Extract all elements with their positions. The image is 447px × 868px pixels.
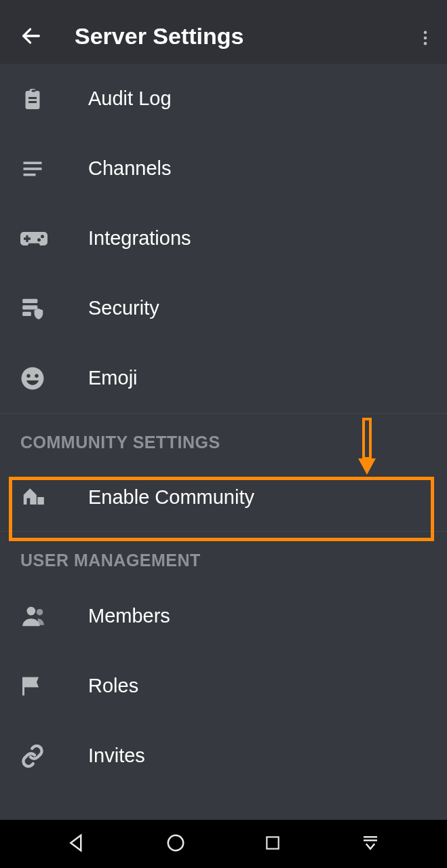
emoji-icon: [20, 366, 47, 391]
nav-recent-button[interactable]: [264, 834, 281, 854]
item-label: Integrations: [88, 227, 191, 250]
more-vertical-icon: [416, 28, 435, 47]
item-label: Members: [88, 605, 170, 627]
gamepad-icon: [20, 225, 47, 252]
pulldown-icon: [360, 833, 381, 853]
clipboard-icon: [20, 87, 47, 111]
list-icon: [20, 157, 47, 181]
svg-rect-6: [24, 173, 36, 176]
item-label: Enable Community: [88, 486, 254, 509]
svg-point-20: [168, 835, 183, 850]
svg-rect-13: [37, 497, 43, 505]
nav-pulldown-button[interactable]: [360, 833, 381, 856]
item-invites[interactable]: Invites: [0, 721, 447, 791]
back-button[interactable]: [19, 24, 43, 48]
item-emoji[interactable]: Emoji: [0, 343, 447, 413]
triangle-back-icon: [66, 833, 87, 853]
link-icon: [20, 744, 47, 768]
item-label: Audit Log: [88, 87, 172, 110]
item-label: Security: [88, 297, 159, 319]
item-members[interactable]: Members: [0, 581, 447, 651]
circle-home-icon: [166, 833, 186, 853]
item-channels[interactable]: Channels: [0, 134, 447, 203]
item-security[interactable]: Security: [0, 273, 447, 343]
svg-rect-9: [22, 311, 31, 315]
svg-marker-19: [71, 835, 81, 850]
svg-rect-8: [22, 305, 37, 309]
svg-point-12: [35, 374, 38, 377]
shield-server-icon: [20, 296, 47, 321]
flag-icon: [20, 674, 47, 698]
members-icon: [20, 604, 47, 629]
svg-point-1: [424, 31, 427, 35]
back-arrow-icon: [20, 24, 43, 47]
svg-point-16: [37, 608, 43, 615]
item-label: Roles: [88, 675, 138, 697]
nav-home-button[interactable]: [166, 833, 186, 856]
item-audit-log[interactable]: Audit Log: [0, 64, 447, 134]
item-integrations[interactable]: Integrations: [0, 203, 447, 273]
section-header-user-management: USER MANAGEMENT: [0, 532, 447, 581]
svg-rect-14: [27, 498, 31, 505]
item-enable-community[interactable]: Enable Community: [0, 463, 447, 531]
svg-point-3: [424, 42, 427, 45]
nav-back-button[interactable]: [66, 833, 87, 856]
svg-rect-21: [267, 837, 279, 848]
svg-rect-4: [24, 161, 42, 164]
more-button[interactable]: [416, 28, 435, 50]
svg-point-15: [27, 606, 36, 615]
item-label: Emoji: [88, 367, 138, 389]
item-label: Invites: [88, 745, 145, 767]
townhall-icon: [20, 484, 47, 510]
item-roles[interactable]: Roles: [0, 651, 447, 721]
svg-rect-7: [22, 298, 37, 302]
square-recent-icon: [264, 834, 281, 852]
svg-point-10: [22, 367, 44, 389]
svg-point-2: [424, 37, 427, 40]
svg-rect-5: [24, 167, 42, 170]
item-label: Channels: [88, 157, 172, 180]
section-header-community: COMMUNITY SETTINGS: [0, 414, 447, 463]
svg-point-11: [26, 374, 30, 377]
page-title: Server Settings: [75, 23, 244, 50]
android-navigation-bar: [0, 820, 447, 868]
settings-list: Audit Log Channels Integrations Security…: [0, 64, 447, 791]
app-header: Server Settings: [0, 0, 447, 64]
